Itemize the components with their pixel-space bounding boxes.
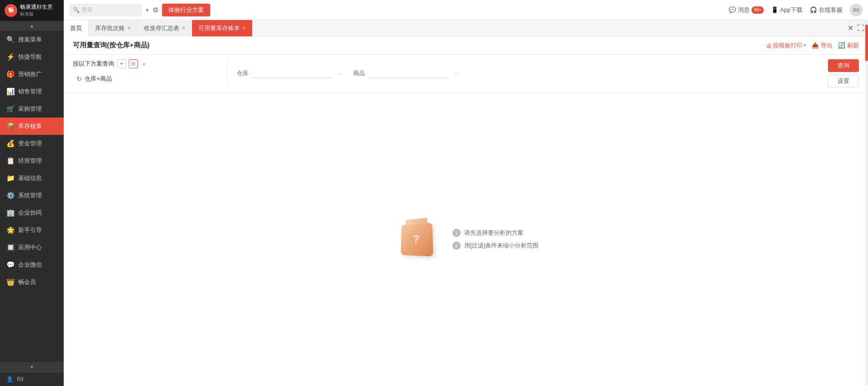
headset-icon: 🎧 <box>810 6 817 13</box>
app-name: 畅康通好生意 <box>20 4 53 11</box>
sidebar-item-label: 企业微信 <box>18 261 42 269</box>
sidebar-item-label: 系统管理 <box>18 191 42 200</box>
search-icon: 🔍 <box>73 7 80 13</box>
sidebar-item-wechat[interactable]: 💬 企业微信 <box>0 256 64 273</box>
sidebar-item-label: 应用中心 <box>18 243 42 252</box>
export-action[interactable]: 📤 导出 <box>812 41 832 50</box>
gear-icon[interactable]: ⚙ <box>152 6 158 14</box>
system-icon: ⚙️ <box>6 191 15 200</box>
query-button[interactable]: 查询 <box>828 59 859 72</box>
settings-button[interactable]: 设置 <box>828 75 859 87</box>
sidebar-item-search[interactable]: 🔍 搜索菜单 <box>0 31 64 48</box>
right-scrollbar[interactable] <box>865 20 868 386</box>
sidebar-item-marketing[interactable]: 🎁 营销推广 <box>0 66 64 83</box>
trial-industry-button[interactable]: 体验行业方案 <box>162 4 210 16</box>
sidebar-item-member[interactable]: 👑 畅会员 <box>0 273 64 291</box>
online-service-item[interactable]: 🎧 在线客服 <box>810 6 843 14</box>
scheme-item-warehouse-goods[interactable]: ↻ 仓库+商品 <box>73 72 220 86</box>
filter-area: 按以下方案查询 + ⊙ « ↻ 仓库+商品 仓库 ··· 商品 ··· <box>64 55 868 93</box>
sidebar-item-label: 资金管理 <box>18 139 42 148</box>
tab-batch-account-close[interactable]: × <box>127 25 131 31</box>
filter-fields-panel: 仓库 ··· 商品 ··· 查询 设置 <box>228 59 859 87</box>
sidebar-item-label: 销售管理 <box>18 87 42 96</box>
add-scheme-button[interactable]: + <box>117 59 126 68</box>
warehouse-input[interactable] <box>252 69 332 78</box>
page-title: 可用量查询(按仓库+商品) <box>73 41 766 50</box>
dropdown-arrow-icon[interactable]: ▾ <box>146 6 149 14</box>
filter-field-goods: 商品 ··· <box>353 69 461 78</box>
app-logo: 畅 <box>5 4 17 17</box>
goods-input[interactable] <box>369 69 449 78</box>
tab-stock-summary-close[interactable]: × <box>182 25 185 31</box>
operation-icon: 📋 <box>6 157 15 165</box>
sidebar-item-label: 新手引导 <box>18 226 42 234</box>
message-item[interactable]: 💬 消息 99+ <box>729 6 764 14</box>
tip-text-2: 用[过滤]条件来缩小分析范围 <box>464 242 538 250</box>
tab-home[interactable]: 首页 <box>64 20 89 36</box>
expand-icon[interactable]: ⛶ <box>857 24 864 32</box>
user-avatar-topbar[interactable]: Rit <box>850 4 863 16</box>
main-content: 🔍 搜索 ▾ ⚙ 体验行业方案 💬 消息 99+ 📱 App下载 🎧 在线客服 … <box>64 0 868 386</box>
filter-scheme-header: 按以下方案查询 + ⊙ « <box>73 59 220 68</box>
tab-close-icon[interactable]: ✕ <box>848 24 853 32</box>
empty-tips: 1 请先选择要分析的方案 2 用[过滤]条件来缩小分析范围 <box>452 229 538 250</box>
sidebar-scroll-up[interactable]: ▲ <box>0 21 64 31</box>
print-action[interactable]: 🖨 按模板打印 ▾ <box>766 41 806 50</box>
collapse-icon[interactable]: « <box>142 60 146 67</box>
sidebar-item-app-center[interactable]: 🔲 应用中心 <box>0 239 64 256</box>
tab-stock-summary-label: 收发存汇总表 <box>144 24 179 32</box>
warehouse-more-icon[interactable]: ··· <box>336 70 344 77</box>
page-header-actions: 🖨 按模板打印 ▾ 📤 导出 🔄 刷新 <box>766 41 859 50</box>
tip-num-1: 1 <box>452 229 461 237</box>
print-dropdown-icon[interactable]: ▾ <box>803 42 806 48</box>
quick-nav-icon: ⚡ <box>6 53 15 61</box>
scrollbar-thumb <box>865 25 868 61</box>
tab-stock-summary[interactable]: 收发存汇总表 × <box>137 20 192 36</box>
user-name: Rit <box>17 376 24 382</box>
sidebar-item-sales[interactable]: 📊 销售管理 <box>0 83 64 100</box>
sidebar-item-label: 营销推广 <box>18 70 42 78</box>
sidebar-item-guide[interactable]: 🌟 新手引导 <box>0 221 64 239</box>
app-download-item[interactable]: 📱 App下载 <box>771 6 802 14</box>
tip-num-2: 2 <box>452 242 461 250</box>
sidebar-nav: 🔍 搜索菜单 ⚡ 快捷导航 🎁 营销推广 📊 销售管理 🛒 采购管理 📦 库存核… <box>0 31 64 362</box>
sidebar-item-enterprise[interactable]: 🏢 企业协同 <box>0 204 64 221</box>
sidebar-item-label: 畅会员 <box>18 278 36 286</box>
sidebar-item-system[interactable]: ⚙️ 系统管理 <box>0 187 64 204</box>
tab-available-ledger-close[interactable]: × <box>243 25 246 31</box>
enterprise-icon: 🏢 <box>6 209 15 217</box>
sales-icon: 📊 <box>6 87 15 96</box>
wechat-icon: 💬 <box>6 261 15 269</box>
filter-actions: 查询 设置 <box>828 59 859 87</box>
sidebar-header: 畅 畅康通好生意 标准版 <box>0 0 64 21</box>
app-center-icon: 🔲 <box>6 243 15 252</box>
sidebar-scroll-down[interactable]: ▼ <box>0 362 64 372</box>
sidebar-item-basic-info[interactable]: 📁 基础信息 <box>0 170 64 187</box>
manage-scheme-button[interactable]: ⊙ <box>129 59 138 68</box>
message-label: 消息 <box>738 6 750 14</box>
print-label: 按模板打印 <box>773 41 802 50</box>
sidebar-item-quick-nav[interactable]: ⚡ 快捷导航 <box>0 48 64 66</box>
tab-batch-account[interactable]: 库存批次账 × <box>89 20 137 36</box>
tab-batch-account-label: 库存批次账 <box>95 24 125 32</box>
message-badge: 99+ <box>751 6 764 14</box>
sidebar-footer[interactable]: 👤 Rit <box>0 372 64 386</box>
refresh-action[interactable]: 🔄 刷新 <box>838 41 859 50</box>
empty-state: 1 请先选择要分析的方案 2 用[过滤]条件来缩小分析范围 <box>393 216 538 262</box>
sidebar-item-purchase[interactable]: 🛒 采购管理 <box>0 100 64 118</box>
sidebar-item-label: 基础信息 <box>18 174 42 182</box>
content-area: 1 请先选择要分析的方案 2 用[过滤]条件来缩小分析范围 <box>64 93 868 386</box>
guide-icon: 🌟 <box>6 226 15 234</box>
tab-available-ledger-label: 可用量库存账本 <box>198 24 240 32</box>
sidebar-item-operation[interactable]: 📋 经营管理 <box>0 152 64 170</box>
goods-more-icon[interactable]: ··· <box>452 70 461 77</box>
tab-available-ledger[interactable]: 可用量库存账本 × <box>192 20 253 36</box>
sidebar-item-finance[interactable]: 💰 资金管理 <box>0 135 64 152</box>
topbar-search-box[interactable]: 🔍 搜索 <box>69 4 142 16</box>
sidebar-item-inventory[interactable]: 📦 库存核算 <box>0 118 64 135</box>
inventory-icon: 📦 <box>6 122 15 130</box>
goods-label: 商品 <box>353 69 365 77</box>
search-icon: 🔍 <box>6 36 15 44</box>
online-service-label: 在线客服 <box>819 6 843 14</box>
purchase-icon: 🛒 <box>6 105 15 113</box>
